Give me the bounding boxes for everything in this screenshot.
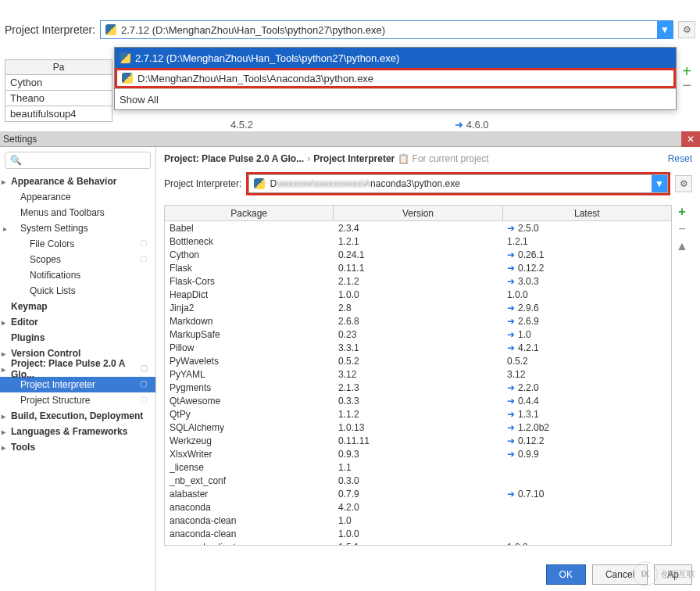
tree-item[interactable]: Quick Lists [0, 283, 155, 299]
interpreter-combo-2[interactable]: D \xxxxxxx\xxxxxxxxxx\A naconda3\python.… [248, 174, 668, 193]
chevron-down-icon[interactable]: ▼ [652, 175, 667, 192]
cell-package: MarkupSafe [165, 328, 334, 341]
cell-package: Cython [165, 248, 334, 261]
cell-package: Pygments [165, 381, 334, 394]
upgrade-arrow-icon: ➜ [507, 329, 515, 340]
ok-button[interactable]: OK [546, 564, 586, 585]
upgrade-arrow-icon: ➜ [507, 489, 515, 500]
tree-item[interactable]: ▸Project: Place Pulse 2.0 A Glo...▢ [0, 361, 155, 377]
table-row[interactable]: Flask0.11.1➜0.12.2 [165, 261, 671, 274]
table-row[interactable]: Babel2.3.4➜2.5.0 [165, 221, 671, 235]
table-row[interactable]: XlsxWriter0.9.3➜0.9.9 [165, 447, 671, 460]
table-row[interactable]: anaconda-client1.5.11.2.2 [165, 540, 671, 546]
table-row[interactable]: QtPy1.1.2➜1.3.1 [165, 407, 671, 421]
expand-icon[interactable]: ▸ [2, 365, 5, 374]
expand-icon[interactable]: ▸ [2, 443, 5, 452]
table-row[interactable]: QtAwesome0.3.3➜0.4.4 [165, 394, 671, 407]
table-row[interactable]: Cython0.24.1➜0.26.1 [165, 248, 671, 261]
cell-latest: 3.12 [502, 367, 671, 381]
tree-item[interactable]: Menus and Toolbars [0, 205, 155, 220]
interpreter-dropdown[interactable]: 2.7.12 (D:\MenghanZhou\Han_Tools\python2… [114, 47, 677, 110]
reset-link[interactable]: Reset [668, 153, 692, 164]
table-row[interactable]: anaconda-clean1.0.0 [165, 527, 671, 540]
dropdown-item-anaconda[interactable]: D:\MenghanZhou\Han_Tools\Anaconda3\pytho… [115, 68, 676, 88]
col-package[interactable]: Package [165, 206, 334, 220]
table-row[interactable]: MarkupSafe0.23➜1.0 [165, 328, 671, 341]
expand-icon[interactable]: ▸ [2, 177, 5, 186]
upgrade-package-icon[interactable]: ▲ [675, 239, 689, 253]
table-row[interactable]: Flask-Cors2.1.2➜3.0.3 [165, 274, 671, 288]
table-row[interactable]: Jinja22.8➜2.9.6 [165, 301, 671, 314]
tree-item-label: File Colors [30, 238, 74, 249]
add-package-icon[interactable]: + [675, 205, 689, 219]
table-row[interactable]: _license1.1 [165, 460, 671, 474]
tree-item[interactable]: Project Structure▢ [0, 392, 155, 408]
remove-icon[interactable]: − [680, 81, 694, 95]
cell-package: SQLAlchemy [165, 421, 334, 434]
chevron-down-icon[interactable]: ▼ [657, 21, 673, 38]
tree-item[interactable]: ▸Appearance & Behavior [0, 174, 155, 189]
cell-latest: ➜0.12.2 [502, 434, 671, 447]
col-latest[interactable]: Latest [503, 206, 671, 220]
dropdown-item[interactable]: 2.7.12 (D:\MenghanZhou\Han_Tools\python2… [115, 48, 676, 68]
table-row[interactable]: Werkzeug0.11.11➜0.12.2 [165, 434, 671, 447]
cell-version: 0.3.0 [334, 474, 502, 487]
breadcrumb-project[interactable]: Project: Place Pulse 2.0 A Glo... [164, 153, 304, 164]
cell-version: 1.0 [334, 514, 502, 527]
table-row[interactable]: anaconda4.2.0 [165, 500, 671, 514]
tree-item-label: Editor [11, 317, 38, 328]
expand-icon[interactable]: ▸ [2, 412, 5, 421]
background-cell: beautifulsoup4 [5, 106, 112, 122]
table-row[interactable]: Markdown2.6.8➜2.6.9 [165, 314, 671, 328]
gear-icon[interactable]: ⚙ [675, 175, 692, 192]
tree-item-label: Tools [11, 442, 35, 453]
cell-version: 1.1.2 [334, 407, 502, 421]
table-row[interactable]: anaconda-clean1.0 [165, 514, 671, 527]
table-row[interactable]: Bottleneck1.2.11.2.1 [165, 235, 671, 248]
tree-item-label: System Settings [20, 223, 88, 234]
tree-item[interactable]: Scopes▢ [0, 252, 155, 267]
tree-item[interactable]: ▸System Settings [0, 220, 155, 236]
expand-icon[interactable]: ▸ [2, 428, 5, 436]
table-row[interactable]: Pillow3.3.1➜4.2.1 [165, 341, 671, 354]
table-row[interactable]: alabaster0.7.9➜0.7.10 [165, 487, 671, 500]
tree-item[interactable]: Keymap [0, 299, 155, 314]
tree-item-label: Appearance & Behavior [11, 176, 116, 187]
close-icon[interactable]: ✕ [681, 131, 700, 147]
tree-item[interactable]: ▸Tools [0, 439, 155, 455]
cell-latest: ➜4.2.1 [502, 341, 671, 354]
tree-item[interactable]: Plugins [0, 330, 155, 346]
tree-item[interactable]: ▸Languages & Frameworks [0, 424, 155, 439]
dropdown-show-all[interactable]: Show All [115, 89, 676, 109]
upgrade-arrow-icon: ➜ [507, 396, 515, 407]
cell-latest: ➜2.9.6 [502, 301, 671, 314]
cell-package: Markdown [165, 314, 334, 328]
cell-package: XlsxWriter [165, 447, 334, 460]
project-badge-icon: ▢ [140, 254, 151, 265]
expand-icon[interactable]: ▸ [2, 318, 5, 327]
cell-latest: ➜1.0 [502, 328, 671, 341]
cell-latest: ➜2.2.0 [502, 381, 671, 394]
search-input[interactable]: 🔍 [5, 152, 151, 169]
tree-item[interactable]: Notifications [0, 267, 155, 283]
table-row[interactable]: SQLAlchemy1.0.13➜1.2.0b2 [165, 421, 671, 434]
cell-latest [502, 460, 671, 474]
tree-item[interactable]: Appearance [0, 189, 155, 205]
tree-item[interactable]: ▸Build, Execution, Deployment [0, 408, 155, 424]
cell-package: anaconda-clean [165, 514, 334, 527]
add-icon[interactable]: + [680, 63, 694, 77]
table-row[interactable]: HeapDict1.0.01.0.0 [165, 288, 671, 301]
expand-icon[interactable]: ▸ [3, 224, 7, 233]
tree-item[interactable]: File Colors▢ [0, 236, 155, 252]
table-row[interactable]: PyWavelets0.5.20.5.2 [165, 354, 671, 367]
expand-icon[interactable]: ▸ [2, 349, 5, 358]
col-version[interactable]: Version [334, 206, 502, 220]
gear-icon[interactable]: ⚙ [678, 21, 695, 38]
remove-package-icon[interactable]: − [675, 222, 689, 236]
upgrade-arrow-icon: ➜ [507, 422, 515, 433]
table-row[interactable]: Pygments2.1.3➜2.2.0 [165, 381, 671, 394]
table-row[interactable]: _nb_ext_conf0.3.0 [165, 474, 671, 487]
table-row[interactable]: PyYAML3.123.12 [165, 367, 671, 381]
tree-item[interactable]: ▸Editor [0, 314, 155, 330]
interpreter-combo[interactable]: 2.7.12 (D:\MenghanZhou\Han_Tools\python2… [100, 20, 673, 39]
